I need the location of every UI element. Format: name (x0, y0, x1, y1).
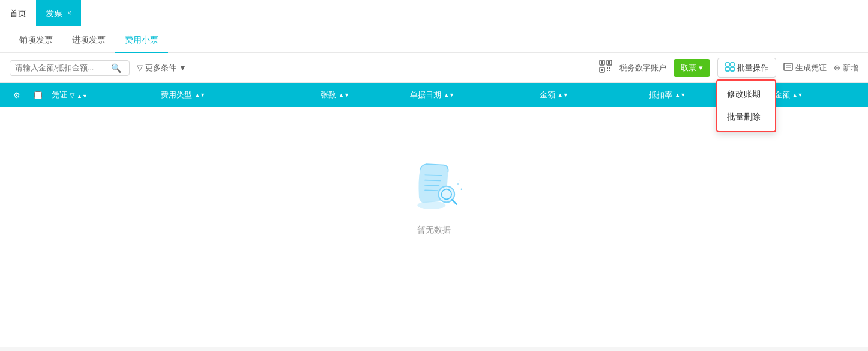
svg-rect-10 (726, 63, 729, 66)
voucher-filter-icon: ▽ (70, 91, 74, 99)
svg-rect-14 (784, 63, 792, 70)
settings-icon[interactable]: ⚙ (13, 91, 20, 100)
svg-point-25 (457, 183, 459, 185)
date-sort-icon: ▲▼ (444, 92, 454, 98)
filter-button[interactable]: ▽ 更多条件 ▼ (137, 63, 187, 73)
dropdown-item-batch-delete[interactable]: 批量删除 (717, 106, 775, 129)
add-new-button[interactable]: ⊕ 新增 (834, 63, 858, 73)
search-input[interactable] (15, 63, 111, 72)
generate-voucher-icon (783, 62, 793, 73)
close-tab-icon[interactable]: × (67, 0, 71, 26)
dropdown-item-modify-period[interactable]: 修改账期 (717, 83, 775, 106)
th-count[interactable]: 张数 ▲▼ (316, 90, 405, 100)
search-box[interactable]: 🔍 (10, 60, 130, 76)
svg-rect-3 (608, 61, 610, 64)
svg-rect-13 (731, 67, 734, 71)
amount-sort-icon: ▲▼ (558, 92, 568, 98)
toolbar-left: 🔍 ▽ 更多条件 ▼ (10, 60, 187, 76)
select-all-checkbox[interactable] (34, 91, 42, 99)
svg-rect-6 (607, 67, 608, 69)
svg-line-19 (425, 180, 441, 181)
svg-rect-11 (731, 63, 734, 66)
voucher-sort-icon: ▲▼ (77, 91, 88, 100)
sub-tabs-bar: 销项发票 进项发票 费用小票 (0, 26, 868, 53)
svg-line-20 (425, 185, 439, 186)
toolbar-right: 税务数字账户 取票 ▾ 批量操作 修改账期 (599, 58, 858, 78)
svg-point-17 (418, 201, 446, 209)
filter-label: 更多条件 (145, 63, 176, 73)
deduct-rate-sort-icon: ▲▼ (675, 92, 686, 98)
svg-rect-7 (609, 67, 610, 69)
batch-op-dropdown: 修改账期 批量删除 (716, 79, 776, 132)
add-new-icon: ⊕ (834, 63, 840, 72)
top-nav: 首页 发票 × (0, 0, 868, 26)
deduct-amount-sort-icon: ▲▼ (792, 92, 803, 98)
empty-state: 暂无数据 (0, 107, 868, 284)
generate-voucher-button[interactable]: 生成凭证 (783, 62, 827, 73)
active-tab-label: 发票 (46, 0, 62, 26)
th-expense-type[interactable]: 费用类型 ▲▼ (156, 90, 316, 100)
filter-icon: ▽ (137, 63, 143, 72)
svg-rect-5 (601, 69, 603, 71)
svg-rect-12 (726, 67, 729, 71)
tab-expense[interactable]: 费用小票 (115, 26, 168, 53)
take-ticket-button[interactable]: 取票 ▾ (674, 59, 710, 77)
count-sort-icon: ▲▼ (339, 92, 349, 98)
svg-rect-8 (607, 70, 608, 71)
empty-state-illustration (404, 155, 464, 215)
tab-sales[interactable]: 销项发票 (10, 26, 62, 53)
batch-op-icon (725, 62, 735, 73)
svg-point-26 (461, 188, 463, 190)
take-ticket-arrow-icon: ▾ (699, 63, 703, 72)
svg-rect-1 (601, 61, 603, 64)
tax-account-button[interactable]: 税务数字账户 (619, 63, 666, 73)
th-amount[interactable]: 金额 ▲▼ (535, 90, 644, 100)
svg-point-27 (460, 180, 461, 181)
tab-incoming[interactable]: 进项发票 (62, 26, 115, 53)
batch-op-label: 批量操作 (737, 63, 768, 73)
svg-line-18 (425, 175, 442, 176)
generate-voucher-label: 生成凭证 (795, 63, 827, 73)
expense-type-sort-icon: ▲▼ (194, 92, 205, 98)
th-checkbox[interactable] (29, 91, 47, 99)
search-icon[interactable]: 🔍 (111, 63, 121, 73)
add-new-label: 新增 (843, 63, 858, 73)
empty-state-text: 暂无数据 (417, 225, 451, 236)
content-area: 暂无数据 (0, 107, 868, 347)
home-nav-item[interactable]: 首页 (0, 0, 36, 26)
qr-code-icon[interactable] (599, 60, 612, 76)
active-tab[interactable]: 发票 × (36, 0, 81, 26)
batch-op-button[interactable]: 批量操作 (717, 58, 776, 78)
th-settings[interactable]: ⚙ (5, 91, 29, 100)
svg-line-21 (425, 190, 438, 191)
batch-op-wrapper: 批量操作 修改账期 批量删除 (717, 58, 776, 78)
filter-chevron-icon: ▼ (179, 63, 187, 72)
th-date[interactable]: 单据日期 ▲▼ (405, 90, 535, 100)
svg-rect-9 (609, 70, 610, 71)
th-voucher[interactable]: 凭证 ▽ ▲▼ (47, 90, 156, 100)
toolbar: 🔍 ▽ 更多条件 ▼ 税务数字账户 取票 ▾ (0, 53, 868, 83)
take-ticket-label: 取票 (681, 63, 696, 73)
svg-line-24 (452, 200, 457, 204)
